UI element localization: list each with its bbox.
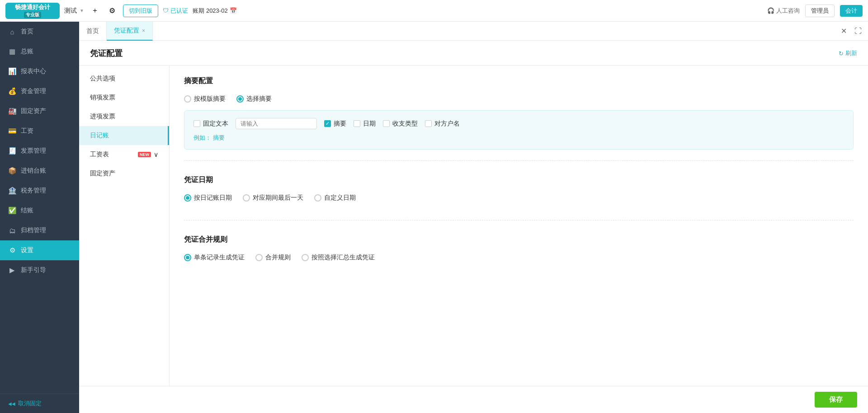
period-last-radio[interactable] [243, 194, 250, 202]
abstract-template-option[interactable]: 按模版摘要 [184, 95, 226, 103]
fixed-text-checkbox[interactable] [193, 120, 200, 127]
sidebar-item-ledger-label: 总账 [21, 47, 33, 56]
abstract-select-label: 选择摘要 [246, 95, 272, 103]
single-label: 单条记录生成凭证 [194, 253, 245, 262]
abstract-checkbox-item[interactable]: ✓ 摘要 [324, 120, 346, 128]
counterpart-checkbox-label: 对方户名 [434, 120, 460, 128]
sidebar-item-funds-label: 资金管理 [21, 87, 46, 95]
single-radio[interactable] [184, 254, 191, 261]
service-button[interactable]: 🎧 人工咨询 [767, 7, 800, 15]
tab-close-icon[interactable]: × [142, 28, 145, 34]
inner-layout: 公共选项 销项发票 进项发票 日记账 工资表 NEW ∨ [79, 66, 868, 386]
wages-icon: 💳 [8, 127, 16, 135]
abstract-select-option[interactable]: 选择摘要 [236, 95, 272, 103]
right-content: 摘要配置 按模版摘要 选择摘要 [170, 66, 868, 386]
left-nav-payroll-label: 工资表 [90, 150, 109, 159]
counterpart-checkbox-item[interactable]: 对方户名 [425, 120, 460, 128]
tab-expand-icon[interactable]: ⛶ [852, 25, 864, 38]
custom-date-radio[interactable] [314, 194, 321, 202]
period-last-label: 对应期间最后一天 [253, 194, 303, 202]
abstract-checkbox[interactable]: ✓ [324, 120, 331, 127]
save-button[interactable]: 保存 [815, 392, 857, 408]
workspace-selector[interactable]: 测试 ▼ [64, 7, 84, 15]
left-nav-sales-invoice[interactable]: 销项发票 [79, 88, 169, 107]
left-nav-purchase-invoice[interactable]: 进项发票 [79, 107, 169, 126]
counterpart-checkbox[interactable] [425, 120, 432, 127]
example-prefix: 例如： [193, 134, 211, 141]
abstract-radio-group: 按模版摘要 选择摘要 [184, 95, 854, 103]
date-radio-group: 按日记账日期 对应期间最后一天 自定义日期 [184, 194, 854, 202]
topbar: 畅捷通好会计 专业版 测试 ▼ ＋ ⚙ 切到旧版 🛡 已认证 账期 2023-0… [0, 0, 868, 22]
left-nav-public-label: 公共选项 [90, 75, 115, 82]
pay-type-checkbox[interactable] [383, 120, 390, 127]
select-summary-radio[interactable] [302, 254, 309, 261]
refresh-icon: ↻ [839, 50, 844, 57]
single-option[interactable]: 单条记录生成凭证 [184, 253, 245, 262]
sidebar-item-funds[interactable]: 💰 资金管理 [0, 81, 79, 101]
fixed-text-checkbox-item[interactable]: 固定文本 [193, 120, 228, 128]
logo-sub-text: 专业版 [24, 12, 41, 18]
left-nav-purchase-invoice-label: 进项发票 [90, 113, 115, 120]
sidebar-item-invoice[interactable]: 🧾 发票管理 [0, 141, 79, 161]
journal-date-option[interactable]: 按日记账日期 [184, 194, 232, 202]
tab-voucher-config[interactable]: 凭证配置 × [107, 22, 153, 41]
cancel-fixed-button[interactable]: ◀◀ 取消固定 [0, 394, 79, 413]
sidebar-item-sales-ledger[interactable]: 📦 进销台账 [0, 161, 79, 181]
left-nav-public[interactable]: 公共选项 [79, 69, 169, 88]
workspace-arrow-icon: ▼ [80, 8, 84, 13]
date-checkbox[interactable] [354, 120, 360, 127]
sidebar-item-home-label: 首页 [21, 28, 33, 36]
left-nav: 公共选项 销项发票 进项发票 日记账 工资表 NEW ∨ [79, 66, 170, 386]
tab-home[interactable]: 首页 [79, 22, 107, 41]
right-panel: 首页 凭证配置 × ✕ ⛶ 凭证配置 ↻ 刷新 公共选项 [79, 22, 868, 413]
tab-bar: 首页 凭证配置 × ✕ ⛶ [79, 22, 868, 41]
refresh-button[interactable]: ↻ 刷新 [839, 49, 857, 64]
cancel-fixed-label: 取消固定 [18, 399, 42, 408]
fixed-text-input[interactable] [236, 118, 317, 129]
page-title: 凭证配置 [90, 48, 123, 65]
sidebar-item-reports[interactable]: 📊 报表中心 [0, 61, 79, 81]
content-header: 凭证配置 ↻ 刷新 [79, 41, 868, 66]
date-section: 凭证日期 按日记账日期 对应期间最后一天 自定义日期 [184, 175, 854, 221]
left-nav-fixed-assets-label: 固定资产 [90, 169, 115, 177]
tab-close-window-icon[interactable]: ✕ [837, 25, 850, 38]
sidebar-item-invoice-label: 发票管理 [21, 147, 46, 155]
accountant-button[interactable]: 会计 [840, 5, 863, 17]
sidebar-item-guide[interactable]: ▶ 新手引导 [0, 260, 79, 280]
sidebar-item-tax[interactable]: 🏦 税务管理 [0, 181, 79, 201]
sidebar-item-ledger[interactable]: ▦ 总账 [0, 42, 79, 61]
settings-icon[interactable]: ⚙ [106, 5, 118, 17]
pay-type-checkbox-item[interactable]: 收支类型 [383, 120, 418, 128]
date-checkbox-item[interactable]: 日期 [354, 120, 376, 128]
sidebar-item-reports-label: 报表中心 [21, 67, 46, 75]
guide-icon: ▶ [8, 266, 16, 274]
sidebar-item-settings[interactable]: ⚙ 设置 [0, 240, 79, 260]
select-summary-label: 按照选择汇总生成凭证 [311, 253, 375, 262]
admin-button[interactable]: 管理员 [805, 5, 835, 17]
sales-ledger-icon: 📦 [8, 167, 16, 175]
sidebar-item-fixed-assets-label: 固定资产 [21, 107, 46, 115]
left-nav-fixed-assets[interactable]: 固定资产 [79, 164, 169, 183]
journal-date-radio[interactable] [184, 194, 191, 202]
left-nav-sales-invoice-label: 销项发票 [90, 94, 115, 101]
add-button[interactable]: ＋ [89, 5, 101, 17]
switch-old-btn[interactable]: 切到旧版 [123, 5, 158, 17]
sidebar-item-wages[interactable]: 💳 工资 [0, 121, 79, 141]
left-nav-payroll[interactable]: 工资表 NEW ∨ [79, 145, 169, 164]
merge-rule-option[interactable]: 合并规则 [255, 253, 291, 262]
page-footer: 保存 [79, 386, 868, 413]
merge-rule-radio[interactable] [255, 254, 263, 261]
calendar-icon[interactable]: 📅 [230, 7, 237, 14]
sidebar-item-home[interactable]: ⌂ 首页 [0, 22, 79, 42]
sidebar-item-archive[interactable]: 🗂 归档管理 [0, 221, 79, 240]
select-summary-option[interactable]: 按照选择汇总生成凭证 [302, 253, 375, 262]
sidebar-item-fixed-assets[interactable]: 🏭 固定资产 [0, 101, 79, 121]
sidebar-item-settlement[interactable]: ✅ 结账 [0, 201, 79, 221]
logo: 畅捷通好会计 专业版 [5, 3, 60, 19]
left-nav-journal[interactable]: 日记账 [79, 126, 169, 145]
abstract-select-radio[interactable] [236, 95, 244, 103]
custom-date-option[interactable]: 自定义日期 [314, 194, 356, 202]
sidebar-item-guide-label: 新手引导 [21, 266, 46, 274]
period-last-option[interactable]: 对应期间最后一天 [243, 194, 303, 202]
abstract-template-radio[interactable] [184, 95, 191, 103]
